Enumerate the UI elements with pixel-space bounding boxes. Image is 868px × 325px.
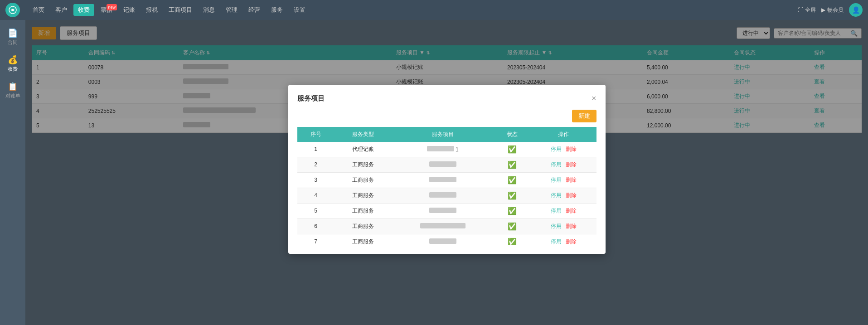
modal-cell-seq: 7	[297, 234, 335, 245]
modal-cell-item	[392, 203, 494, 218]
service-modal: 服务项目 × 新建 序号 服务类型 服务项目 状态 操作	[288, 85, 606, 254]
modal-col-type: 服务类型	[335, 127, 392, 142]
delete-button[interactable]: 删除	[566, 223, 577, 229]
modal-table-row: 7 工商服务 ✅ 停用 删除	[297, 234, 596, 245]
nav-tax[interactable]: 报税	[141, 4, 162, 16]
avatar[interactable]: 👤	[849, 3, 863, 17]
member-button[interactable]: ▶ 畅会员	[821, 6, 844, 14]
nav-message[interactable]: 消息	[199, 4, 219, 16]
modal-cell-item: 1	[392, 142, 494, 157]
status-check-icon: ✅	[508, 176, 517, 184]
nav-home[interactable]: 首页	[28, 4, 49, 16]
modal-cell-action: 停用 删除	[531, 188, 596, 203]
modal-cell-action: 停用 删除	[531, 234, 596, 245]
modal-cell-item	[392, 157, 494, 172]
modal-table-row: 5 工商服务 ✅ 停用 删除	[297, 203, 596, 218]
modal-cell-type: 工商服务	[335, 188, 392, 203]
sidebar: 📄 合同 💰 收费 📋 对账单	[0, 20, 25, 325]
modal-cell-type: 工商服务	[335, 157, 392, 172]
modal-col-status: 状态	[494, 127, 531, 142]
delete-button[interactable]: 删除	[566, 208, 577, 214]
delete-button[interactable]: 删除	[566, 192, 577, 199]
sidebar-item-contract[interactable]: 📄 合同	[1, 24, 24, 49]
new-badge: new	[107, 4, 117, 10]
modal-cell-action: 停用 删除	[531, 203, 596, 218]
modal-cell-seq: 3	[297, 172, 335, 188]
modal-table-row: 3 工商服务 ✅ 停用 删除	[297, 172, 596, 188]
modal-new-button[interactable]: 新建	[572, 110, 596, 122]
modal-cell-status: ✅	[494, 234, 531, 245]
modal-cell-type: 工商服务	[335, 203, 392, 218]
main-layout: 📄 合同 💰 收费 📋 对账单 新增 服务项目 进行中 已结束 全部	[0, 20, 868, 325]
modal-table-row: 6 工商服务 ✅ 停用 删除	[297, 218, 596, 234]
modal-table-row: 1 代理记账 1 ✅ 停用 删除	[297, 142, 596, 157]
stop-button[interactable]: 停用	[551, 177, 562, 183]
modal-col-item: 服务项目	[392, 127, 494, 142]
sidebar-item-statement[interactable]: 📋 对账单	[1, 78, 24, 103]
nav-biz-project[interactable]: 工商项目	[164, 4, 197, 16]
nav-bookkeeping[interactable]: 记账	[119, 4, 140, 16]
status-check-icon: ✅	[508, 146, 517, 153]
modal-col-action: 操作	[531, 127, 596, 142]
stop-button[interactable]: 停用	[551, 146, 562, 152]
app-logo[interactable]	[5, 3, 20, 17]
modal-cell-seq: 2	[297, 157, 335, 172]
modal-cell-seq: 1	[297, 142, 335, 157]
modal-close-button[interactable]: ×	[592, 94, 596, 103]
nav-fee[interactable]: 收费	[73, 4, 94, 16]
modal-table-row: 2 工商服务 ✅ 停用 删除	[297, 157, 596, 172]
status-check-icon: ✅	[508, 207, 517, 215]
stop-button[interactable]: 停用	[551, 192, 562, 199]
modal-table-scroll[interactable]: 序号 服务类型 服务项目 状态 操作 1 代理记账 1 ✅ 停用 删除 2 工商…	[297, 127, 596, 245]
modal-cell-seq: 4	[297, 188, 335, 203]
nav-menu: 首页 客户 收费 票据 new 记账 报税 工商项目 消息 管理 经营 服务 设…	[28, 4, 798, 16]
modal-cell-status: ✅	[494, 218, 531, 234]
modal-cell-status: ✅	[494, 188, 531, 203]
modal-cell-action: 停用 删除	[531, 218, 596, 234]
status-check-icon: ✅	[508, 161, 517, 169]
delete-button[interactable]: 删除	[566, 161, 577, 168]
modal-cell-type: 工商服务	[335, 218, 392, 234]
nav-settings[interactable]: 设置	[289, 4, 310, 16]
delete-button[interactable]: 删除	[566, 146, 577, 152]
nav-service[interactable]: 服务	[267, 4, 287, 16]
stop-button[interactable]: 停用	[551, 238, 562, 245]
stop-button[interactable]: 停用	[551, 223, 562, 229]
modal-cell-seq: 6	[297, 218, 335, 234]
status-check-icon: ✅	[508, 223, 517, 230]
delete-button[interactable]: 删除	[566, 177, 577, 183]
modal-header: 服务项目 ×	[297, 94, 596, 103]
modal-cell-item	[392, 188, 494, 203]
modal-cell-item	[392, 218, 494, 234]
nav-client[interactable]: 客户	[51, 4, 72, 16]
modal-cell-item	[392, 172, 494, 188]
nav-right: ⛶ 全屏 ▶ 畅会员 👤	[798, 3, 863, 17]
fee-icon: 💰	[8, 55, 18, 65]
sidebar-item-fee[interactable]: 💰 收费	[1, 51, 24, 76]
nav-invoice[interactable]: 票据 new	[96, 4, 117, 16]
modal-cell-status: ✅	[494, 142, 531, 157]
delete-button[interactable]: 删除	[566, 238, 577, 245]
modal-cell-status: ✅	[494, 172, 531, 188]
content-area: 新增 服务项目 进行中 已结束 全部 🔍 序号 合同编码 客	[25, 20, 868, 325]
modal-cell-action: 停用 删除	[531, 172, 596, 188]
statement-icon: 📋	[8, 82, 18, 92]
modal-cell-action: 停用 删除	[531, 142, 596, 157]
modal-title: 服务项目	[297, 94, 325, 103]
status-check-icon: ✅	[508, 192, 517, 199]
modal-cell-type: 工商服务	[335, 172, 392, 188]
stop-button[interactable]: 停用	[551, 161, 562, 168]
stop-button[interactable]: 停用	[551, 208, 562, 214]
modal-cell-type: 代理记账	[335, 142, 392, 157]
modal-service-table: 序号 服务类型 服务项目 状态 操作 1 代理记账 1 ✅ 停用 删除 2 工商…	[297, 127, 596, 245]
status-check-icon: ✅	[508, 238, 517, 245]
top-navigation: 首页 客户 收费 票据 new 记账 报税 工商项目 消息 管理 经营 服务 设…	[0, 0, 868, 20]
modal-toolbar: 新建	[297, 110, 596, 122]
modal-cell-status: ✅	[494, 203, 531, 218]
nav-manage[interactable]: 管理	[221, 4, 242, 16]
fullscreen-button[interactable]: ⛶ 全屏	[798, 6, 816, 14]
modal-cell-seq: 5	[297, 203, 335, 218]
modal-cell-action: 停用 删除	[531, 157, 596, 172]
contract-icon: 📄	[8, 28, 18, 38]
nav-operation[interactable]: 经营	[244, 4, 265, 16]
